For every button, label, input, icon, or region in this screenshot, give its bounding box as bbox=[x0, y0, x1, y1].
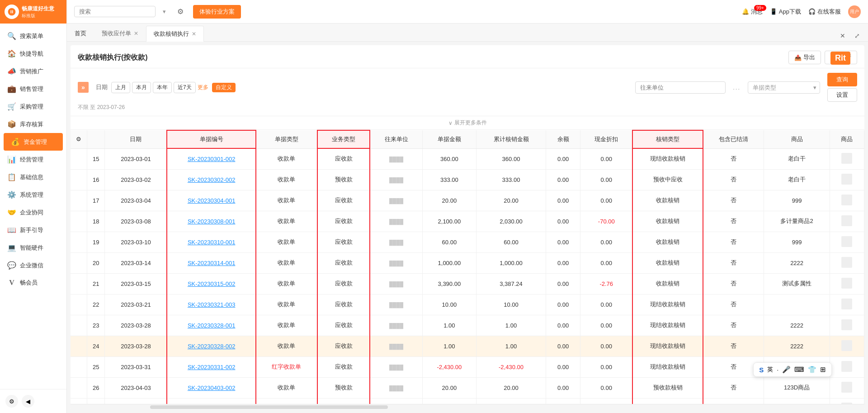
settings-footer-icon[interactable]: ⚙ bbox=[5, 395, 18, 408]
link-receipt-no[interactable]: SK-20230304-001 bbox=[188, 197, 236, 204]
experience-btn[interactable]: 体验行业方案 bbox=[193, 5, 241, 19]
system-icon: ⚙️ bbox=[7, 190, 16, 199]
export-btn[interactable]: 📤 导出 bbox=[788, 51, 821, 64]
link-receipt-no[interactable]: SK-20230310-001 bbox=[188, 239, 236, 246]
sidebar-item-basic[interactable]: 📋 基础信息 bbox=[0, 168, 66, 186]
table-body: 152023-03-01SK-20230301-002收款单应收款████360… bbox=[71, 148, 864, 404]
tab-collection-label: 收款核销执行 bbox=[154, 30, 189, 38]
cell-1: 21 bbox=[87, 273, 105, 294]
sidebar-item-guide[interactable]: 📖 新手引导 bbox=[0, 221, 66, 239]
sidebar-item-finance[interactable]: 💰 资金管理 bbox=[4, 133, 63, 151]
headset-icon: 🎧 bbox=[808, 8, 816, 15]
sidebar-item-system[interactable]: ⚙️ 系统管理 bbox=[0, 186, 66, 204]
cell-receipt-no[interactable]: SK-20230403-002 bbox=[167, 377, 256, 398]
date-custom-btn[interactable]: 自定义 bbox=[212, 83, 236, 92]
online-service-btn[interactable]: 🎧 在线客服 bbox=[808, 8, 841, 16]
cell-goods-img bbox=[830, 252, 864, 273]
sidebar-item-inventory[interactable]: 📦 库存核算 bbox=[0, 115, 66, 133]
partner-input[interactable] bbox=[635, 81, 726, 94]
date-btn-this-year[interactable]: 本年 bbox=[153, 82, 172, 93]
link-receipt-no[interactable]: SK-20230314-001 bbox=[188, 260, 236, 266]
date-more-link[interactable]: 更多 bbox=[198, 84, 208, 91]
link-receipt-no[interactable]: SK-20230321-003 bbox=[188, 301, 236, 308]
sidebar-label-wechat: 企业微信 bbox=[20, 261, 43, 270]
column-settings-icon[interactable]: ⚙ bbox=[76, 136, 81, 142]
keyboard-icon[interactable]: ⌨ bbox=[794, 366, 804, 374]
scrollbar-thumb[interactable] bbox=[150, 405, 388, 409]
sidebar-item-member[interactable]: V 畅会员 bbox=[0, 274, 66, 291]
link-receipt-no[interactable]: SK-20230328-002 bbox=[188, 343, 236, 350]
cell-receipt-no[interactable]: SK-20230301-002 bbox=[167, 148, 256, 169]
sidebar-item-shortcut[interactable]: 🏠 快捷导航 bbox=[0, 45, 66, 62]
microphone-icon[interactable]: 🎤 bbox=[782, 366, 791, 374]
cell-partner: ████ bbox=[370, 336, 422, 356]
cell-receipt-no[interactable]: SK-20230302-002 bbox=[167, 169, 256, 190]
cell-receipt-no[interactable]: SK-20230328-002 bbox=[167, 336, 256, 356]
close-tab-btn[interactable]: ✕ bbox=[837, 30, 848, 41]
shirt-icon[interactable]: 👕 bbox=[808, 366, 816, 374]
table-scrollbar[interactable] bbox=[71, 404, 864, 409]
cell-receipt-no[interactable]: SK-20230328-001 bbox=[167, 315, 256, 336]
tab-collection-close[interactable]: ✕ bbox=[192, 31, 196, 37]
avatar-text: 用户 bbox=[850, 9, 859, 15]
sidebar-item-marketing[interactable]: 📣 营销推广 bbox=[0, 62, 66, 80]
sidebar-item-corp[interactable]: 🤝 企业协同 bbox=[0, 204, 66, 221]
cell-goods-img bbox=[830, 148, 864, 169]
cell-receipt-no[interactable]: SK-20230408-001 bbox=[167, 398, 256, 404]
app-download-btn[interactable]: 📱 App下载 bbox=[770, 8, 801, 16]
cell-receipt-no[interactable]: SK-20230308-001 bbox=[167, 211, 256, 232]
cell-receipt-no[interactable]: SK-20230310-001 bbox=[167, 232, 256, 252]
sidebar-item-hardware[interactable]: 💻 智能硬件 bbox=[0, 239, 66, 256]
tab-prepay-close[interactable]: ✕ bbox=[134, 30, 138, 37]
service-label: 在线客服 bbox=[817, 8, 841, 16]
sidebar-item-wechat[interactable]: 💬 企业微信 bbox=[0, 256, 66, 274]
avatar[interactable]: 用户 bbox=[848, 5, 861, 18]
cell-receipt-no[interactable]: SK-20230331-002 bbox=[167, 356, 256, 377]
guide-icon: 📖 bbox=[7, 226, 16, 234]
table-wrapper[interactable]: ⚙ 日期 单据编号 单据类型 业务类型 往来单位 单据金额 累计核销金额 余额 … bbox=[71, 130, 864, 404]
link-receipt-no[interactable]: SK-20230403-002 bbox=[188, 385, 236, 391]
search-input[interactable] bbox=[74, 6, 156, 17]
cell-verified: 2,030.00 bbox=[476, 211, 546, 232]
cell-receipt-type: 收款单 bbox=[256, 294, 317, 315]
link-receipt-no[interactable]: SK-20230315-002 bbox=[188, 280, 236, 287]
link-receipt-no[interactable]: SK-20230331-002 bbox=[188, 364, 236, 370]
grid-icon[interactable]: ⊞ bbox=[820, 366, 826, 374]
cell-verified: 333.00 bbox=[476, 169, 546, 190]
home-icon: 🏠 bbox=[7, 49, 16, 58]
notice-btn[interactable]: 🔔 消息 99+ bbox=[742, 8, 763, 16]
expand-more-btn[interactable]: ∨ 展开更多条件 bbox=[448, 119, 487, 127]
cell-receipt-no[interactable]: SK-20230314-001 bbox=[167, 252, 256, 273]
maximize-btn[interactable]: ⤢ bbox=[852, 30, 863, 41]
sidebar-item-purchase[interactable]: 🛒 采购管理 bbox=[0, 98, 66, 115]
tab-prepay[interactable]: 预收应付单 ✕ bbox=[94, 25, 146, 41]
cell-verify-type: 收款核销 bbox=[632, 232, 703, 252]
query-btn[interactable]: 查询 bbox=[827, 73, 857, 86]
receipt-type-select[interactable]: 单据类型 bbox=[748, 81, 820, 94]
collapse-icon[interactable]: ◀ bbox=[22, 395, 34, 408]
cell-receipt-no[interactable]: SK-20230321-003 bbox=[167, 294, 256, 315]
cell-amount: 20.00 bbox=[422, 190, 476, 211]
cell-biz-type: 应收款 bbox=[317, 232, 370, 252]
tab-collection[interactable]: 收款核销执行 ✕ bbox=[146, 26, 204, 42]
link-receipt-no[interactable]: SK-20230302-002 bbox=[188, 176, 236, 183]
table-row: 152023-03-01SK-20230301-002收款单应收款████360… bbox=[71, 148, 864, 169]
col-setting-header[interactable]: ⚙ bbox=[71, 130, 87, 148]
cell-verified: 1,000.00 bbox=[476, 252, 546, 273]
date-btn-last-month[interactable]: 上月 bbox=[111, 82, 130, 93]
link-receipt-no[interactable]: SK-20230301-002 bbox=[188, 156, 236, 162]
date-btn-this-month[interactable]: 本月 bbox=[132, 82, 151, 93]
filter-settings-btn[interactable]: 设置 bbox=[827, 88, 857, 102]
cell-receipt-no[interactable]: SK-20230315-002 bbox=[167, 273, 256, 294]
tab-home[interactable]: 首页 bbox=[67, 25, 94, 41]
filter-collapse-btn[interactable]: » bbox=[78, 82, 89, 93]
sidebar-item-search[interactable]: 🔍 搜索菜单 bbox=[0, 27, 66, 45]
sidebar-item-sales[interactable]: 💼 销售管理 bbox=[0, 80, 66, 98]
gear-icon[interactable]: ⚙ bbox=[173, 5, 188, 19]
date-btn-7days[interactable]: 近7天 bbox=[174, 82, 196, 93]
cell-receipt-type: 红字收款单 bbox=[256, 356, 317, 377]
cell-receipt-no[interactable]: SK-20230304-001 bbox=[167, 190, 256, 211]
link-receipt-no[interactable]: SK-20230328-001 bbox=[188, 322, 236, 329]
sidebar-item-operation[interactable]: 📊 经营管理 bbox=[0, 151, 66, 168]
link-receipt-no[interactable]: SK-20230308-001 bbox=[188, 218, 236, 225]
